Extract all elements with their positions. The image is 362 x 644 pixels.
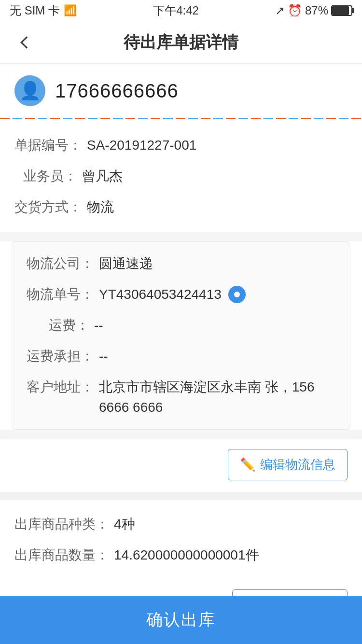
section-divider <box>0 492 362 500</box>
carrier-text: 无 SIM 卡 <box>10 3 60 18</box>
confirm-warehouse-button[interactable]: 确认出库 <box>0 596 362 644</box>
user-phone: 17666666666 <box>55 80 179 102</box>
tracking-label: 物流单号： <box>27 284 99 305</box>
time-text: 下午4:42 <box>153 3 199 18</box>
order-no-row: 单据编号： SA-20191227-001 <box>14 135 348 155</box>
avatar: 👤 <box>14 75 45 106</box>
logistics-card: 物流公司： 圆通速递 物流单号： YT43064053424413 运费： --… <box>12 241 350 430</box>
freight-label: 运费： <box>27 315 94 336</box>
address-value: 北京市市辖区海淀区永丰南 张，156 6666 6666 <box>99 377 335 418</box>
delivery-method-row: 交货方式： 物流 <box>14 197 348 217</box>
freight-row: 运费： -- <box>27 315 335 336</box>
delivery-method-value: 物流 <box>87 197 348 217</box>
edit-logistics-button[interactable]: ✏️ 编辑物流信息 <box>228 449 348 480</box>
product-types-value: 4种 <box>114 514 348 534</box>
tracking-row: 物流单号： YT43064053424413 <box>27 284 335 305</box>
address-label: 客户地址： <box>27 377 99 397</box>
freight-bearer-value: -- <box>99 346 335 366</box>
freight-bearer-label: 运费承担： <box>27 346 99 366</box>
battery-fill <box>332 6 349 15</box>
back-arrow-icon <box>20 36 32 48</box>
freight-bearer-row: 运费承担： -- <box>27 346 335 366</box>
battery-percent: 87% <box>305 4 328 17</box>
product-types-row: 出库商品种类： 4种 <box>14 514 348 534</box>
status-left: 无 SIM 卡 📶 <box>10 3 77 18</box>
confirm-label: 确认出库 <box>146 609 216 631</box>
dashed-separator <box>0 118 362 121</box>
logistics-company-row: 物流公司： 圆通速递 <box>27 253 335 274</box>
logistics-company-value: 圆通速递 <box>99 253 335 274</box>
edit-btn-container: ✏️ 编辑物流信息 <box>0 439 362 492</box>
status-bar: 无 SIM 卡 📶 下午4:42 ↗ ⏰ 87% <box>0 0 362 21</box>
wifi-icon: 📶 <box>64 4 77 17</box>
product-quantity-value: 14.620000000000001件 <box>114 545 348 565</box>
tracking-number: YT43064053424413 <box>99 284 222 305</box>
back-button[interactable] <box>14 30 39 55</box>
status-right: ↗ ⏰ 87% <box>275 4 352 17</box>
person-icon: 👤 <box>19 81 41 101</box>
edit-logistics-label: 编辑物流信息 <box>260 456 335 473</box>
product-quantity-label: 出库商品数量： <box>14 545 114 565</box>
order-info-section: 单据编号： SA-20191227-001 业务员： 曾凡杰 交货方式： 物流 <box>0 121 362 232</box>
order-no-value: SA-20191227-001 <box>87 135 348 155</box>
alarm-icon: ⏰ <box>288 4 302 17</box>
nav-bar: 待出库单据详情 <box>0 21 362 64</box>
location-status-icon: ↗ <box>275 4 285 17</box>
map-dot <box>234 292 240 297</box>
address-row: 客户地址： 北京市市辖区海淀区永丰南 张，156 6666 6666 <box>27 377 335 418</box>
product-quantity-row: 出库商品数量： 14.620000000000001件 <box>14 545 348 565</box>
tracking-value-container: YT43064053424413 <box>99 284 335 305</box>
user-header: 👤 17666666666 <box>0 64 362 118</box>
salesperson-value: 曾凡杰 <box>82 166 348 186</box>
logistics-company-label: 物流公司： <box>27 253 99 274</box>
salesperson-row: 业务员： 曾凡杰 <box>14 166 348 186</box>
map-pin-icon[interactable] <box>228 286 246 303</box>
delivery-method-label: 交货方式： <box>14 197 87 217</box>
freight-value: -- <box>94 315 335 336</box>
order-no-label: 单据编号： <box>14 135 87 155</box>
battery-indicator <box>331 5 352 16</box>
edit-icon: ✏️ <box>240 457 255 472</box>
product-types-label: 出库商品种类： <box>14 514 114 534</box>
page-title: 待出库单据详情 <box>124 31 238 54</box>
stats-section: 出库商品种类： 4种 出库商品数量： 14.620000000000001件 <box>0 500 362 580</box>
salesperson-label: 业务员： <box>14 166 82 186</box>
